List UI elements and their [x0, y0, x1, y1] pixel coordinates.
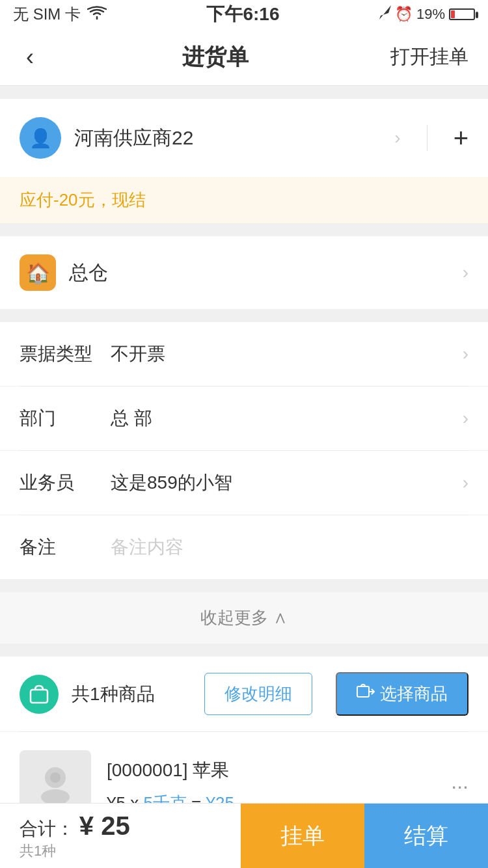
invoice-value: 不开票	[111, 342, 463, 366]
battery-percent: 19%	[416, 6, 445, 23]
invoice-row[interactable]: 票据类型 不开票 ›	[0, 322, 488, 386]
battery-icon	[449, 8, 475, 20]
products-header: 共1种商品 修改明细 选择商品	[0, 657, 488, 731]
hang-button[interactable]: 挂单	[241, 804, 364, 869]
collapse-toggle[interactable]: 收起更多 ∧	[0, 592, 488, 644]
remark-label: 备注	[20, 535, 111, 560]
total-row: 合计： ¥ 25	[20, 811, 221, 841]
vertical-divider	[427, 125, 427, 151]
product-name: [0000001] 苹果	[107, 758, 435, 783]
select-product-icon	[357, 684, 375, 704]
page-title: 进货单	[182, 42, 249, 72]
total-section: 合计： ¥ 25 共1种	[0, 811, 241, 861]
dept-value: 总 部	[111, 406, 463, 431]
section-gap-5	[0, 644, 488, 657]
dept-label: 部门	[20, 406, 111, 431]
section-gap-3	[0, 309, 488, 322]
alarm-icon: ⏰	[395, 6, 413, 23]
select-product-button[interactable]: 选择商品	[336, 672, 468, 716]
status-left: 无 SIM 卡	[13, 4, 107, 25]
svg-point-5	[50, 772, 61, 783]
products-count: 共1种商品	[72, 682, 191, 707]
section-gap-2	[0, 223, 488, 236]
status-bar: 无 SIM 卡 下午6:16 ⏰ 19%	[0, 0, 488, 29]
wifi-icon	[87, 5, 107, 23]
svg-rect-2	[357, 686, 369, 697]
total-amount: ¥ 25	[79, 811, 130, 840]
svg-marker-0	[379, 5, 391, 20]
supplier-section[interactable]: 👤 河南供应商22 › +	[0, 99, 488, 177]
add-supplier-button[interactable]: +	[454, 124, 468, 153]
checkout-label: 结算	[404, 821, 448, 851]
svg-rect-1	[31, 690, 47, 703]
warehouse-icon: 🏠	[20, 254, 56, 291]
supplier-name: 河南供应商22	[74, 125, 381, 152]
status-right: ⏰ 19%	[379, 5, 475, 23]
products-icon	[20, 675, 59, 714]
supplier-chevron-icon: ›	[394, 128, 400, 148]
status-time: 下午6:16	[206, 2, 279, 27]
invoice-label: 票据类型	[20, 342, 111, 366]
notice-banner: 应付-20元，现结	[0, 177, 488, 223]
product-more-button[interactable]: ···	[451, 774, 468, 798]
sales-row[interactable]: 业务员 这是859的小智 ›	[0, 451, 488, 515]
nav-bar: ‹ 进货单 打开挂单	[0, 29, 488, 86]
carrier-text: 无 SIM 卡	[13, 4, 81, 25]
remark-row[interactable]: 备注 备注内容	[0, 515, 488, 579]
back-button[interactable]: ‹	[20, 37, 40, 77]
section-gap-4	[0, 579, 488, 592]
remark-input[interactable]: 备注内容	[111, 535, 468, 560]
hang-label: 挂单	[280, 821, 325, 851]
checkout-button[interactable]: 结算	[364, 804, 488, 869]
warehouse-row[interactable]: 🏠 总仓 ›	[0, 236, 488, 309]
dept-chevron-icon: ›	[463, 408, 468, 429]
select-product-label: 选择商品	[380, 683, 448, 705]
warehouse-name: 总仓	[69, 260, 450, 286]
modify-detail-button[interactable]: 修改明细	[204, 673, 312, 715]
open-hang-button[interactable]: 打开挂单	[390, 44, 468, 70]
sales-value: 这是859的小智	[111, 470, 463, 495]
bottom-bar: 合计： ¥ 25 共1种 挂单 结算	[0, 803, 488, 868]
total-label: 合计：	[20, 819, 74, 839]
avatar-icon: 👤	[29, 128, 52, 149]
invoice-chevron-icon: ›	[463, 344, 468, 364]
sales-chevron-icon: ›	[463, 472, 468, 493]
total-count: 共1种	[20, 841, 221, 861]
dept-row[interactable]: 部门 总 部 ›	[0, 387, 488, 450]
warehouse-chevron-icon: ›	[463, 262, 468, 283]
supplier-avatar: 👤	[20, 117, 61, 159]
sales-label: 业务员	[20, 470, 111, 495]
location-icon	[379, 5, 391, 23]
section-gap-1	[0, 86, 488, 99]
